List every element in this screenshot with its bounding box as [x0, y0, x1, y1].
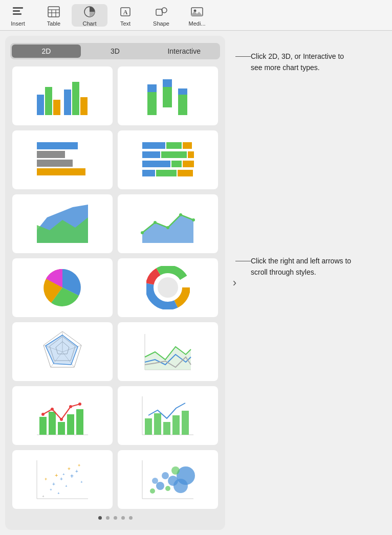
svg-rect-40: [142, 170, 155, 176]
table-label: Table: [47, 20, 60, 27]
toolbar-insert[interactable]: Insert: [0, 4, 36, 27]
svg-text:+: +: [52, 481, 55, 487]
toolbar-media[interactable]: Medi...: [179, 4, 215, 27]
svg-rect-18: [64, 90, 71, 115]
page-dot-5[interactable]: [129, 516, 133, 520]
svg-rect-37: [142, 161, 170, 167]
svg-rect-39: [183, 161, 194, 167]
svg-rect-71: [49, 412, 56, 435]
annotation1-text: Click 2D, 3D, or Interactive to see more…: [251, 51, 353, 73]
svg-point-46: [141, 231, 144, 234]
svg-point-79: [78, 403, 81, 406]
svg-rect-0: [13, 7, 23, 9]
svg-point-49: [179, 213, 182, 216]
svg-rect-21: [147, 92, 157, 115]
svg-point-77: [60, 418, 63, 421]
svg-point-108: [165, 486, 170, 491]
svg-point-75: [41, 413, 45, 416]
scroll-right-arrow[interactable]: ›: [233, 277, 236, 288]
annotation-1: Click 2D, 3D, or Interactive to see more…: [235, 51, 353, 73]
page-dot-3[interactable]: [114, 516, 117, 520]
svg-rect-26: [178, 88, 187, 95]
toolbar-table[interactable]: Table: [36, 4, 72, 27]
chart-grid: + + + + + + + + + + + + + +: [10, 66, 220, 509]
svg-point-107: [152, 478, 158, 484]
svg-rect-84: [163, 422, 170, 435]
svg-rect-28: [37, 151, 65, 158]
svg-text:+: +: [70, 473, 74, 480]
chart-cell-mixed1[interactable]: [12, 386, 113, 445]
svg-rect-34: [142, 151, 160, 158]
svg-rect-23: [163, 87, 172, 107]
svg-point-105: [150, 488, 155, 494]
tab-3d[interactable]: 3D: [81, 44, 150, 58]
text-icon: A: [118, 4, 133, 19]
svg-point-110: [162, 472, 169, 479]
chart-cell-column[interactable]: [12, 66, 113, 125]
text-label: Text: [120, 20, 130, 27]
chart-cell-area[interactable]: [12, 194, 113, 253]
chart-cell-stacked-column[interactable]: [118, 66, 218, 125]
chart-cell-scatter[interactable]: + + + + + + + + + + + + + +: [12, 450, 113, 509]
chart-cell-mixed2[interactable]: [118, 386, 218, 445]
shape-label: Shape: [153, 20, 169, 27]
svg-rect-15: [37, 95, 44, 115]
tab-bar: 2D 3D Interactive: [10, 43, 220, 59]
tab-interactive[interactable]: Interactive: [149, 44, 219, 58]
svg-text:+: +: [57, 491, 60, 496]
svg-rect-73: [67, 414, 74, 435]
svg-text:+: +: [68, 466, 71, 472]
tab-2d[interactable]: 2D: [12, 44, 81, 58]
svg-rect-3: [48, 7, 59, 17]
svg-rect-29: [37, 160, 73, 167]
svg-rect-11: [156, 9, 162, 15]
svg-rect-31: [142, 142, 165, 149]
svg-point-50: [192, 218, 195, 221]
svg-text:A: A: [123, 9, 128, 16]
chart-label: Chart: [83, 20, 97, 27]
insert-icon: [10, 4, 26, 19]
chart-cell-stacked-bar[interactable]: [118, 130, 218, 189]
svg-rect-33: [183, 142, 192, 149]
chart-cell-line-area[interactable]: [118, 194, 218, 253]
toolbar: Insert Table Chart A: [0, 0, 392, 31]
svg-text:+: +: [80, 480, 83, 484]
svg-rect-16: [45, 87, 52, 115]
chart-cell-donut[interactable]: [118, 258, 218, 317]
svg-rect-72: [58, 422, 65, 435]
svg-point-106: [156, 482, 164, 490]
svg-rect-20: [80, 97, 88, 115]
chart-cell-radar[interactable]: [12, 322, 113, 381]
svg-rect-41: [156, 170, 177, 176]
page-dot-1[interactable]: [98, 516, 102, 520]
chart-cell-pie[interactable]: [12, 258, 113, 317]
toolbar-chart[interactable]: Chart: [72, 4, 107, 27]
page-dot-2[interactable]: [106, 516, 110, 520]
page-dot-4[interactable]: [121, 516, 125, 520]
svg-rect-32: [166, 142, 182, 149]
svg-rect-35: [161, 151, 187, 158]
svg-rect-42: [178, 170, 193, 176]
table-icon: [46, 4, 61, 19]
svg-rect-17: [53, 100, 60, 115]
svg-rect-36: [188, 151, 194, 158]
annotation-2: Click the right and left arrows to scrol…: [235, 256, 353, 278]
svg-rect-1: [13, 10, 20, 12]
svg-rect-30: [37, 168, 85, 175]
chart-icon: [82, 4, 97, 19]
svg-rect-86: [182, 411, 189, 435]
svg-point-56: [158, 277, 178, 298]
media-label: Medi...: [188, 20, 205, 27]
svg-text:+: +: [55, 472, 58, 478]
svg-point-48: [166, 226, 169, 229]
toolbar-text[interactable]: A Text: [107, 4, 143, 27]
chart-cell-bubble[interactable]: [118, 450, 218, 509]
chart-cell-bar[interactable]: [12, 130, 113, 189]
panel-container: 2D 3D Interactive ‹ ›: [0, 36, 392, 530]
toolbar-shape[interactable]: Shape: [143, 4, 179, 27]
svg-marker-65: [46, 335, 78, 365]
insert-label: Insert: [11, 20, 25, 27]
chart-cell-line[interactable]: [118, 322, 218, 381]
svg-text:+: +: [50, 487, 52, 492]
svg-rect-2: [13, 13, 21, 15]
